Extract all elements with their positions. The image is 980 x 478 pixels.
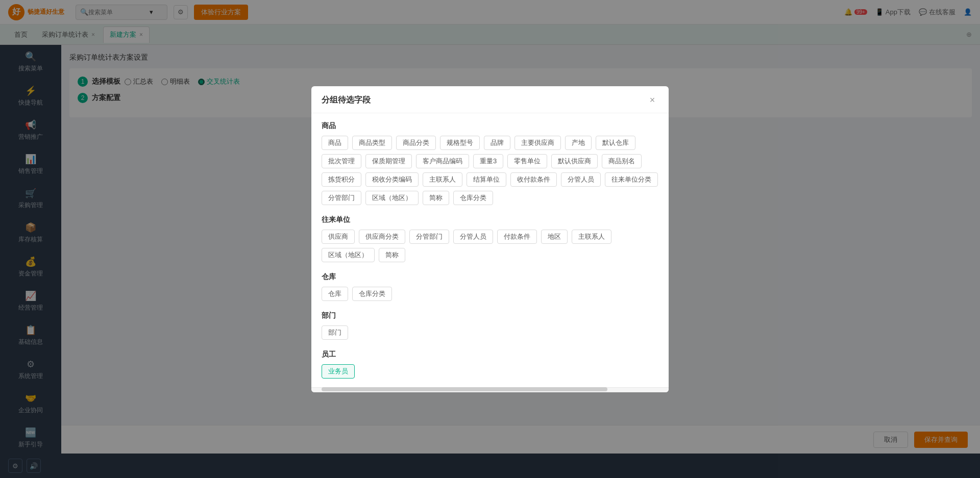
field-expiry-mgmt[interactable]: 保质期管理: [365, 154, 412, 168]
field-brand[interactable]: 品牌: [484, 136, 510, 150]
field-payment-cond[interactable]: 付款条件: [497, 230, 537, 244]
modal-overlay: 分组待选字段 × 商品 商品 商品类型 商品分类 规格型号 品牌 主要供应商 产…: [0, 0, 980, 478]
scrollbar-thumb: [322, 387, 607, 391]
field-region[interactable]: 区域（地区）: [365, 191, 419, 205]
field-mgmt-person[interactable]: 分管人员: [453, 230, 493, 244]
modal-body: 商品 商品 商品类型 商品分类 规格型号 品牌 主要供应商 产地 默认仓库 批次…: [311, 113, 669, 387]
field-department[interactable]: 部门: [322, 325, 348, 340]
field-warehouse-cat[interactable]: 仓库分类: [352, 287, 392, 301]
field-weight3[interactable]: 重量3: [473, 154, 503, 168]
section-employee: 员工 业务员: [322, 350, 658, 379]
field-product-type[interactable]: 商品类型: [352, 136, 392, 150]
section-warehouse: 仓库 仓库 仓库分类: [322, 272, 658, 301]
field-region2[interactable]: 区域（地区）: [322, 248, 375, 262]
field-payment-terms[interactable]: 收付款条件: [510, 172, 557, 187]
field-pick-points[interactable]: 拣货积分: [322, 172, 361, 187]
field-default-warehouse[interactable]: 默认仓库: [596, 136, 635, 150]
field-area[interactable]: 地区: [541, 230, 568, 244]
modal-title: 分组待选字段: [322, 95, 371, 106]
section-product: 商品 商品 商品类型 商品分类 规格型号 品牌 主要供应商 产地 默认仓库 批次…: [322, 121, 658, 205]
field-short-name2[interactable]: 简称: [379, 248, 405, 262]
field-product-alias[interactable]: 商品别名: [602, 154, 642, 168]
field-supplier[interactable]: 供应商: [322, 230, 355, 244]
field-product[interactable]: 商品: [322, 136, 348, 150]
field-settlement-unit[interactable]: 结算单位: [467, 172, 506, 187]
field-main-contact[interactable]: 主联系人: [423, 172, 462, 187]
field-warehouse[interactable]: 仓库: [322, 287, 348, 301]
field-product-category[interactable]: 商品分类: [396, 136, 436, 150]
field-batch-mgmt[interactable]: 批次管理: [322, 154, 361, 168]
field-short-name[interactable]: 简称: [423, 191, 449, 205]
field-salesperson[interactable]: 业务员: [322, 364, 355, 379]
section-partner-fields: 供应商 供应商分类 分管部门 分管人员 付款条件 地区 主联系人 区域（地区） …: [322, 230, 658, 262]
section-department-title: 部门: [322, 311, 658, 320]
field-main-contact2[interactable]: 主联系人: [572, 230, 611, 244]
section-warehouse-title: 仓库: [322, 272, 658, 282]
modal-close-button[interactable]: ×: [646, 94, 658, 107]
section-department: 部门 部门: [322, 311, 658, 340]
field-main-supplier[interactable]: 主要供应商: [514, 136, 561, 150]
section-employee-title: 员工: [322, 350, 658, 359]
field-dept[interactable]: 分管部门: [322, 191, 361, 205]
field-tax-code[interactable]: 税收分类编码: [365, 172, 419, 187]
modal-horizontal-scrollbar[interactable]: [311, 387, 669, 392]
section-department-fields: 部门: [322, 325, 658, 340]
field-customer-code[interactable]: 客户商品编码: [416, 154, 469, 168]
modal-header: 分组待选字段 ×: [311, 86, 669, 113]
section-product-fields: 商品 商品类型 商品分类 规格型号 品牌 主要供应商 产地 默认仓库 批次管理 …: [322, 136, 658, 205]
field-partner-category[interactable]: 往来单位分类: [605, 172, 658, 187]
field-default-supplier[interactable]: 默认供应商: [551, 154, 598, 168]
field-warehouse-category[interactable]: 仓库分类: [453, 191, 493, 205]
field-origin[interactable]: 产地: [565, 136, 592, 150]
field-retail-unit[interactable]: 零售单位: [507, 154, 547, 168]
section-warehouse-fields: 仓库 仓库分类: [322, 287, 658, 301]
section-employee-fields: 业务员: [322, 364, 658, 379]
field-supplier-category[interactable]: 供应商分类: [359, 230, 405, 244]
section-partner: 往来单位 供应商 供应商分类 分管部门 分管人员 付款条件 地区 主联系人 区域…: [322, 215, 658, 262]
section-partner-title: 往来单位: [322, 215, 658, 224]
field-select-modal: 分组待选字段 × 商品 商品 商品类型 商品分类 规格型号 品牌 主要供应商 产…: [311, 86, 669, 392]
field-spec-model[interactable]: 规格型号: [440, 136, 480, 150]
section-product-title: 商品: [322, 121, 658, 131]
field-mgmt-dept[interactable]: 分管部门: [409, 230, 449, 244]
field-supervisor[interactable]: 分管人员: [561, 172, 601, 187]
